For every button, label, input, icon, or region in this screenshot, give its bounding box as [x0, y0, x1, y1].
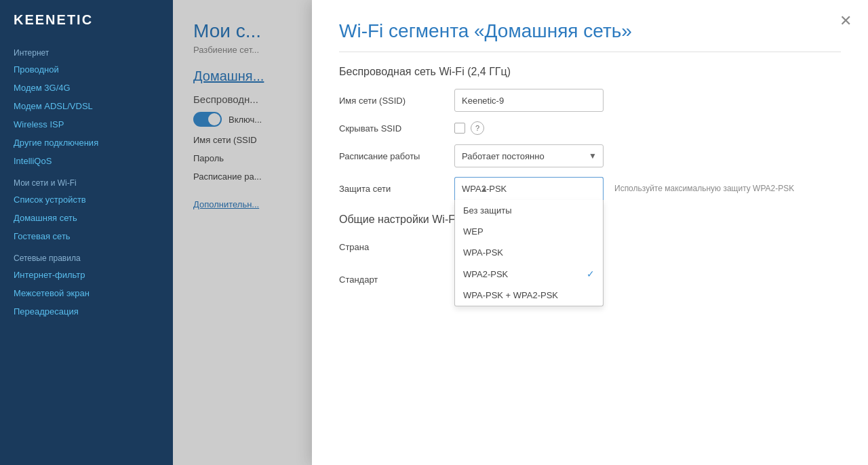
ssid-label: Имя сети (SSID): [339, 96, 454, 106]
sidebar-item-homenet[interactable]: Домашняя сеть: [0, 209, 173, 227]
security-select-wrap: WPA2-PSK ▲ Без защиты WEP WPA-PSK: [454, 177, 604, 200]
security-hint: Используйте максимальную защиту WPA2-PSK: [614, 184, 841, 193]
modal-overlay: ✕ Wi-Fi сегмента «Домашняя сеть» Беспров…: [173, 0, 868, 465]
main-content: Мои с... Разбиение сет... Домашня... Бес…: [173, 0, 868, 465]
security-option-none-label: Без защиты: [463, 205, 512, 216]
ssid-input[interactable]: [454, 89, 604, 112]
security-select-display[interactable]: WPA2-PSK ▲: [454, 177, 604, 200]
sidebar: KEENETIC Интернет Проводной Модем 3G/4G …: [0, 0, 173, 465]
logo-text: KEENETIC: [14, 12, 93, 27]
modal-panel: ✕ Wi-Fi сегмента «Домашняя сеть» Беспров…: [312, 0, 868, 465]
standard-label: Стандарт: [339, 275, 454, 285]
hide-ssid-row: Скрывать SSID ?: [339, 121, 841, 135]
sidebar-item-modemadsl[interactable]: Модем ADSL/VDSL: [0, 97, 173, 115]
wifi-section-title: Беспроводная сеть Wi-Fi (2,4 ГГц): [339, 66, 841, 78]
security-option-wpaboth-label: WPA-PSK + WPA2-PSK: [463, 290, 558, 300]
help-icon[interactable]: ?: [471, 121, 484, 135]
sidebar-item-guestnet[interactable]: Гостевая сеть: [0, 227, 173, 245]
logo-area: KEENETIC: [0, 0, 173, 40]
security-option-wpaboth[interactable]: WPA-PSK + WPA2-PSK: [455, 285, 603, 306]
security-option-wpa2-label: WPA2-PSK: [463, 269, 508, 279]
sidebar-item-other[interactable]: Другие подключения: [0, 134, 173, 152]
sidebar-item-firewall[interactable]: Межсетевой экран: [0, 284, 173, 302]
security-arrow-up-icon: ▲: [480, 184, 488, 194]
security-check-icon: ✓: [587, 268, 595, 279]
security-option-none[interactable]: Без защиты: [455, 200, 603, 221]
sidebar-section-networks: Мои сети и Wi-Fi: [0, 170, 173, 190]
modal-close-button[interactable]: ✕: [840, 14, 852, 28]
sidebar-item-wired[interactable]: Проводной: [0, 60, 173, 79]
security-option-wep-label: WEP: [463, 226, 484, 237]
schedule-row: Расписание работы Работает постоянно ▼: [339, 144, 841, 167]
security-option-wep[interactable]: WEP: [455, 221, 603, 242]
schedule-label: Расписание работы: [339, 151, 454, 161]
sidebar-item-devicelist[interactable]: Список устройств: [0, 190, 173, 209]
schedule-select[interactable]: Работает постоянно: [454, 144, 604, 167]
sidebar-item-filter[interactable]: Интернет-фильтр: [0, 266, 173, 284]
hide-ssid-label: Скрывать SSID: [339, 123, 454, 134]
security-option-wpa[interactable]: WPA-PSK: [455, 242, 603, 263]
security-option-wpa2[interactable]: WPA2-PSK ✓: [455, 263, 603, 285]
security-dropdown-menu: Без защиты WEP WPA-PSK WPA2-PSK ✓: [454, 200, 604, 306]
country-label: Страна: [339, 242, 454, 252]
modal-title: Wi-Fi сегмента «Домашняя сеть»: [339, 20, 841, 52]
sidebar-section-internet: Интернет: [0, 40, 173, 60]
sidebar-item-modem3g[interactable]: Модем 3G/4G: [0, 79, 173, 97]
hide-ssid-controls: ?: [454, 121, 484, 135]
ssid-row: Имя сети (SSID): [339, 89, 841, 112]
sidebar-item-forward[interactable]: Переадресация: [0, 302, 173, 321]
hide-ssid-checkbox[interactable]: [454, 123, 465, 134]
security-row: Защита сети WPA2-PSK ▲ Без защиты WEP: [339, 177, 841, 200]
sidebar-section-rules: Сетевые правила: [0, 245, 173, 266]
sidebar-item-wirelessisp[interactable]: Wireless ISP: [0, 115, 173, 134]
security-option-wpa-label: WPA-PSK: [463, 247, 503, 258]
schedule-select-wrap: Работает постоянно ▼: [454, 144, 604, 167]
security-label: Защита сети: [339, 184, 454, 194]
sidebar-item-intelliqos[interactable]: IntelliQoS: [0, 152, 173, 170]
